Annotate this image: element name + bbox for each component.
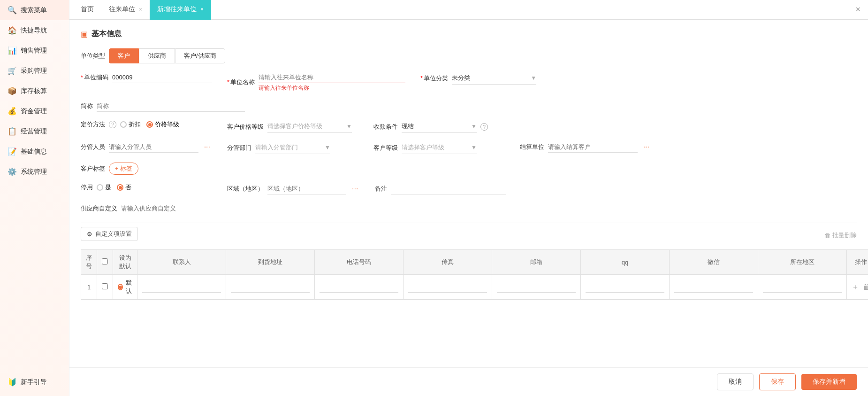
disabled-yes-radio[interactable] [97,184,103,191]
supplier-custom-label: 供应商自定义 [81,204,117,213]
disabled-label: 停用 [81,183,93,192]
save-new-button[interactable]: 保存并新增 [801,374,857,390]
sidebar-item-purchase[interactable]: 🛒 采购管理 [0,61,69,81]
department-field: 分管部门 请输入分管部门 ▼ [227,141,358,154]
unit-btn-supplier[interactable]: 供应商 [139,48,175,63]
sidebar-item-inventory[interactable]: 📦 库存核算 [0,81,69,101]
table-header-row: 序号 设为默认 联系人 到货地址 电话号码 传真 邮箱 qq 微信 所在地区 操… [81,250,868,275]
unit-name-label: *单位名称 [227,78,255,86]
cancel-button[interactable]: 取消 [717,373,754,390]
sidebar-item-ops[interactable]: 📋 经营管理 [0,121,69,141]
manager-input[interactable] [109,141,198,153]
default-radio[interactable] [118,284,123,290]
fax-input[interactable] [408,281,487,293]
table-row: 1 默认 [81,275,868,300]
tab-new-contact-close[interactable]: × [200,6,204,13]
supplier-custom-input[interactable] [121,203,224,214]
customize-settings-button[interactable]: ⚙ 自定义项设置 [81,227,138,241]
sidebar-item-system[interactable]: ⚙️ 系统管理 [0,162,69,182]
customer-level-label: 客户等级 [373,144,398,152]
settlement-dots-icon[interactable]: ··· [641,143,651,151]
customer-tag-label: 客户标签 [81,164,105,173]
main-area: 首页 往来单位 × 新增往来单位 × × ▣ 基本信息 单位类型 客户 供应商 … [69,0,868,396]
unit-code-input[interactable] [112,72,212,83]
short-name-input[interactable] [97,101,245,112]
save-button[interactable]: 保存 [759,373,796,390]
unit-type-label: 单位类型 [81,52,105,60]
payment-terms-select[interactable]: 现结 ▼ [402,120,477,133]
tag-row: 客户标签 + 标签 [81,163,857,175]
add-tag-button[interactable]: + 标签 [109,163,138,175]
add-row-icon[interactable]: ＋ [852,282,859,292]
row-region-input[interactable] [763,281,842,293]
unit-btn-customer[interactable]: 客户 [109,48,139,63]
row-checkbox[interactable] [102,283,108,289]
sidebar-item-finance[interactable]: 💰 资金管理 [0,101,69,121]
sidebar-item-basic[interactable]: 📝 基础信息 [0,141,69,162]
pricing-discount-radio[interactable] [120,121,127,128]
qq-input[interactable] [586,281,664,293]
sidebar-item-guide[interactable]: 🔰 新手引导 [0,372,69,392]
manager-row: 分管人员 ··· 分管部门 请输入分管部门 ▼ 客户等级 请选择客户等级 ▼ 结… [81,141,857,154]
customer-price-level-label: 客户价格等级 [227,123,264,131]
unit-category-field: *单位分类 未分类 ▼ [420,72,552,85]
col-index: 序号 [81,250,97,275]
disabled-no-option[interactable]: 否 [117,183,131,192]
department-placeholder: 请输入分管部门 [255,143,323,152]
supplier-custom-row: 供应商自定义 [81,203,857,214]
tab-new-contact[interactable]: 新增往来单位 × [150,0,211,20]
unit-btn-both[interactable]: 客户/供应商 [175,48,225,63]
col-default: 设为默认 [113,250,137,275]
sidebar-item-sales[interactable]: 📊 销售管理 [0,40,69,61]
pricing-level-option[interactable]: 价格等级 [146,120,179,129]
col-region: 所在地区 [758,250,847,275]
sidebar-item-quicknav[interactable]: 🏠 快捷导航 [0,20,69,40]
select-all-checkbox[interactable] [102,258,108,264]
pricing-method-field: 定价方法 ? 折扣 价格等级 [81,120,212,129]
tab-contacts[interactable]: 往来单位 × [101,0,150,20]
col-phone: 电话号码 [315,250,404,275]
tab-home[interactable]: 首页 [73,0,101,20]
customer-price-level-select[interactable]: 请选择客户价格等级 ▼ [267,120,352,133]
disabled-no-radio[interactable] [117,184,123,191]
email-input[interactable] [497,281,576,293]
disabled-radio-group: 是 否 [97,183,131,192]
unit-type-field: 单位类型 客户 供应商 客户/供应商 [81,48,225,63]
pricing-row: 定价方法 ? 折扣 价格等级 客户价格等级 [81,120,857,133]
customer-price-level-field: 客户价格等级 请选择客户价格等级 ▼ [227,120,358,133]
wechat-input[interactable] [674,281,753,293]
phone-input[interactable] [320,281,398,293]
pricing-level-radio[interactable] [146,121,153,128]
customer-level-chevron-icon: ▼ [471,144,477,151]
unit-category-select[interactable]: 未分类 ▼ [452,72,536,85]
cell-default: 默认 [113,275,137,300]
category-chevron-icon: ▼ [531,75,536,81]
remark-field: 备注 [375,183,506,194]
code-name-category-row: *单位编码 *单位名称 请输入往来单位名称 *单位分类 [81,72,857,92]
payment-help-icon[interactable]: ? [480,123,488,131]
default-radio-item[interactable]: 默认 [118,279,132,295]
contact-input[interactable] [142,281,221,293]
pricing-discount-option[interactable]: 折扣 [120,120,141,129]
customer-price-level-placeholder: 请选择客户价格等级 [267,122,344,131]
address-input[interactable] [231,281,310,293]
disabled-yes-option[interactable]: 是 [97,183,111,192]
sidebar-item-search[interactable]: 🔍 搜索菜单 [0,0,69,20]
pricing-method-label: 定价方法 [81,120,105,129]
unit-name-input[interactable] [259,72,405,83]
window-close-button[interactable]: × [852,5,864,15]
batch-delete-button[interactable]: 🗑 批量删除 [824,231,857,240]
customer-level-select[interactable]: 请选择客户等级 ▼ [402,141,477,154]
inventory-icon: 📦 [8,86,17,95]
department-select[interactable]: 请输入分管部门 ▼ [255,141,330,154]
remark-input[interactable] [391,183,506,194]
unit-type-group: 客户 供应商 客户/供应商 [109,48,225,63]
region-input[interactable] [267,183,346,194]
pricing-help-icon[interactable]: ? [109,121,116,128]
delete-row-icon[interactable]: 🗑 [863,283,868,291]
manager-dots-icon[interactable]: ··· [202,143,212,151]
region-dots-icon[interactable]: ··· [350,185,360,193]
settlement-unit-input[interactable] [548,141,638,153]
cell-qq [581,275,670,300]
tab-contacts-close[interactable]: × [139,6,142,13]
